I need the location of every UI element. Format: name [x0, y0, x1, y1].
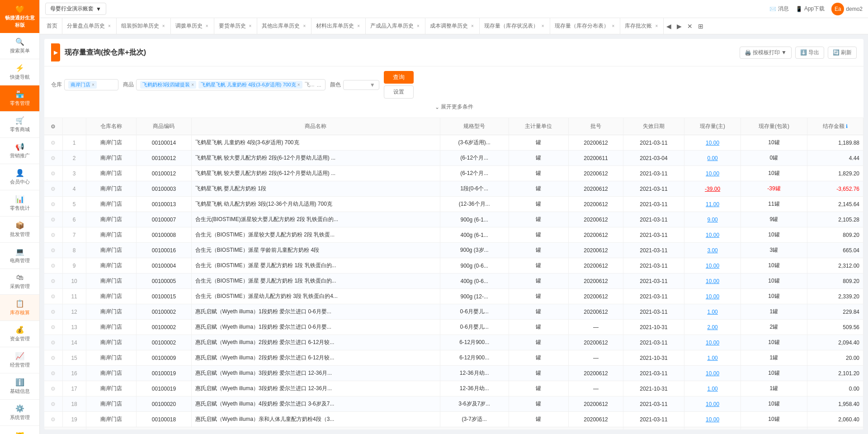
row-gear[interactable]: ⚙: [44, 135, 62, 151]
row-gear[interactable]: ⚙: [44, 166, 62, 181]
row-gear[interactable]: ⚙: [44, 197, 62, 212]
row-gear[interactable]: ⚙: [44, 396, 62, 412]
row-gear[interactable]: ⚙: [44, 151, 62, 166]
tab-close-icon[interactable]: ×: [541, 23, 545, 29]
sidebar-item-system-mgmt[interactable]: ⚙️ 系统管理: [0, 400, 39, 426]
row-qty-main[interactable]: 1.00: [684, 304, 741, 320]
row-qty-main[interactable]: 10.00: [684, 258, 741, 274]
row-qty-main[interactable]: -39.00: [684, 181, 741, 197]
row-qty-main[interactable]: 10.00: [684, 274, 741, 289]
product-filter-input[interactable]: 飞鹤奶粉3段四罐提装 × 飞鹤星飞帆 儿童奶粉 4段(3-6岁适用) 700克 …: [136, 79, 326, 90]
expand-more-button[interactable]: ⌄ 展开更多条件: [51, 101, 857, 113]
row-gear[interactable]: ⚙: [44, 243, 62, 258]
tab-close-icon[interactable]: ×: [611, 23, 616, 29]
row-qty-main[interactable]: 3.00: [684, 243, 741, 258]
product-filter-expand-icon[interactable]: ...: [317, 82, 321, 88]
row-qty-main[interactable]: 9.00: [684, 212, 741, 227]
warehouse-filter-input[interactable]: 南岸门店 ×: [64, 79, 118, 90]
row-gear[interactable]: ⚙: [44, 274, 62, 289]
row-qty-main[interactable]: 10.00: [684, 227, 741, 243]
row-qty-main[interactable]: 1.00: [684, 381, 741, 396]
tab-inventory-dist[interactable]: 现存量（库存分布表） ×: [550, 18, 621, 34]
row-qty-main[interactable]: 10.00: [684, 289, 741, 304]
sidebar-item-finance-mgmt[interactable]: 💰 资金管理: [0, 321, 39, 347]
tab-finished-in-history[interactable]: 产成品入库单历史 ×: [366, 18, 425, 34]
tab-close-icon[interactable]: ×: [654, 23, 659, 29]
sidebar-item-retail-mgmt[interactable]: 🏪 零售管理: [0, 85, 39, 112]
warehouse-tag-close-icon[interactable]: ×: [92, 82, 94, 87]
row-qty-main[interactable]: 1.00: [684, 350, 741, 366]
row-gear[interactable]: ⚙: [44, 304, 62, 320]
tab-prev-button[interactable]: ◀: [664, 18, 674, 34]
row-gear[interactable]: ⚙: [44, 289, 62, 304]
tab-requisition-history[interactable]: 要货单历史 ×: [214, 18, 258, 34]
tab-split-history[interactable]: 分量盘点单历史 ×: [62, 18, 117, 34]
row-qty-main[interactable]: 10.00: [684, 335, 741, 350]
tab-close-icon[interactable]: ×: [107, 23, 112, 29]
row-gear[interactable]: ⚙: [44, 181, 62, 197]
sidebar-item-search[interactable]: 🔍 搜索英单: [0, 33, 39, 59]
query-button[interactable]: 查询: [384, 71, 414, 84]
row-gear[interactable]: ⚙: [44, 350, 62, 366]
refresh-button[interactable]: 🔄 刷新: [828, 47, 857, 59]
tab-close-icon[interactable]: ×: [302, 23, 307, 29]
product-tag-2-close-icon[interactable]: ×: [297, 82, 300, 87]
org-selector[interactable]: 母婴行业演示账套 ▼: [45, 3, 106, 15]
row-gear[interactable]: ⚙: [44, 335, 62, 350]
sidebar-item-inventory-check[interactable]: 📋 库存核算: [0, 295, 39, 321]
tab-home[interactable]: 首页: [42, 18, 62, 34]
tab-close-icon[interactable]: ×: [248, 23, 253, 29]
sidebar-item-quick-nav[interactable]: ⚡ 快捷导航: [0, 59, 39, 85]
row-gear[interactable]: ⚙: [44, 212, 62, 227]
row-gear[interactable]: ⚙: [44, 381, 62, 396]
sidebar-item-member-center[interactable]: 👤 会员中心: [0, 164, 39, 190]
sidebar-item-basic-info[interactable]: ℹ️ 基础信息: [0, 373, 39, 400]
tab-close-all-button[interactable]: ✕: [684, 18, 695, 34]
row-qty-main[interactable]: 10.00: [684, 166, 741, 181]
row-qty-main[interactable]: 2.00: [684, 320, 741, 335]
row-gear[interactable]: ⚙: [44, 258, 62, 274]
sidebar-item-operations-mgmt[interactable]: 📈 经营管理: [0, 347, 39, 373]
tab-inventory-status[interactable]: 现存量（库存状况表） ×: [480, 18, 550, 34]
sidebar-item-enterprise-collab[interactable]: 🤝 企业协同: [0, 426, 39, 434]
tab-other-out-history[interactable]: 其他出库单历史 ×: [257, 18, 311, 34]
tab-dismantle-history[interactable]: 组装拆卸单历史 ×: [117, 18, 171, 34]
sidebar-item-ecommerce-mgmt[interactable]: 💻 电商管理: [0, 243, 39, 269]
tab-close-icon[interactable]: ×: [356, 23, 361, 29]
template-print-button[interactable]: 🖨️ 按模板打印 ▼: [740, 47, 792, 59]
tab-close-icon[interactable]: ×: [161, 23, 166, 29]
app-download-button[interactable]: 📱 App下载: [796, 5, 825, 13]
export-button[interactable]: ⬇️ 导出: [795, 47, 824, 59]
tab-next-button[interactable]: ▶: [674, 18, 684, 34]
sidebar-item-purchase-mgmt[interactable]: 🛍 采购管理: [0, 269, 39, 295]
row-qty-main[interactable]: 10.00: [684, 396, 741, 412]
settings-button[interactable]: 设置: [384, 85, 414, 99]
tab-close-icon[interactable]: ×: [416, 23, 420, 29]
tab-batch-ledger[interactable]: 库存批次账 ×: [620, 18, 664, 34]
sidebar-item-wholesale-mgmt[interactable]: 📦 批发管理: [0, 217, 39, 243]
row-gear[interactable]: ⚙: [44, 366, 62, 381]
row-qty-main[interactable]: 0.00: [684, 151, 741, 166]
row-gear[interactable]: ⚙: [44, 227, 62, 243]
row-gear[interactable]: ⚙: [44, 320, 62, 335]
row-gear[interactable]: ⚙: [44, 412, 62, 427]
row-qty-main[interactable]: 10.00: [684, 412, 741, 427]
color-filter-input[interactable]: ▼: [343, 80, 379, 90]
sidebar-item-marketing[interactable]: 📢 营销推广: [0, 138, 39, 164]
message-button[interactable]: ✉️ 消息: [769, 5, 789, 13]
row-qty-main[interactable]: 10.00: [684, 366, 741, 381]
tab-cost-adjust-history[interactable]: 成本调整单历史 ×: [425, 18, 480, 34]
tab-menu-button[interactable]: ⊞: [695, 18, 706, 34]
row-qty-main[interactable]: 10.00: [684, 135, 741, 151]
col-gear[interactable]: ⚙: [44, 118, 62, 135]
row-qty-main[interactable]: 11.00: [684, 197, 741, 212]
user-avatar[interactable]: Ea demo2: [831, 3, 863, 15]
tab-close-icon[interactable]: ×: [205, 23, 209, 29]
tab-close-icon[interactable]: ×: [470, 23, 475, 29]
expand-arrow-button[interactable]: ▶: [51, 43, 60, 61]
tab-search-history[interactable]: 调拨单历史 ×: [171, 18, 214, 34]
sidebar-item-retail-stats[interactable]: 📊 零售统计: [0, 190, 39, 217]
tab-material-out-history[interactable]: 材料出库单历史 ×: [311, 18, 366, 34]
product-tag-1-close-icon[interactable]: ×: [191, 82, 194, 87]
sidebar-item-retail-mall[interactable]: 🛒 零售商城: [0, 112, 39, 138]
